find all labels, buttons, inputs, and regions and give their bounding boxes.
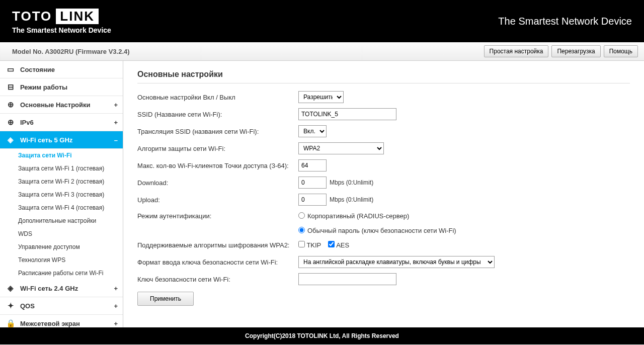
auth-psk-label: Обычный пароль (ключ безопасности сети W… [307,227,456,234]
model-label: Model No. A3002RU (Firmware V3.2.4) [12,48,130,55]
nav-label: Wi-Fi сеть 5 GHz [20,136,72,144]
lock-icon: 🔒 [6,319,15,327]
sub-wps[interactable]: Технология WPS [0,253,123,267]
expand-icon: + [114,320,118,327]
nav-label: QOS [20,302,35,310]
logo-text-right: LINK [56,9,99,24]
nav-qos[interactable]: ✦ QOS + [0,297,123,315]
label-broadcast: Трансляция SSID (названия сети Wi-Fi): [137,128,298,135]
reboot-button[interactable]: Перезагрузка [551,45,600,57]
tkip-checkbox[interactable] [298,241,305,247]
download-input[interactable] [298,177,327,189]
logo: TOTO LINK [12,9,111,24]
wifi-icon: ◈ [6,284,15,293]
aes-label: AES [336,241,349,249]
footer: Copyright(C)2018 TOTOLINK Ltd, All Right… [0,327,644,344]
nav-label: Межсетевой экран [20,320,80,327]
globe-icon: ⊕ [6,118,15,127]
keyformat-select[interactable]: На английской раскладке клавиатуры, вклю… [298,256,495,268]
content: Основные настройки Основные настройки Вк… [123,61,644,327]
nav-label: IPv6 [20,119,34,126]
wifi-icon: ◈ [6,135,15,144]
expand-icon: + [114,302,118,310]
collapse-icon: – [114,136,118,144]
sub-security[interactable]: Защита сети Wi-Fi [0,149,123,162]
expand-icon: + [114,119,118,126]
aes-option[interactable]: AES [328,241,349,249]
sub-guest4[interactable]: Защита сети Wi-Fi 4 (гостевая) [0,201,123,214]
mode-icon: ⊟ [6,82,15,92]
label-keyformat: Формат ввода ключа безопасности сети Wi-… [137,258,298,266]
sub-guest1[interactable]: Защита сети Wi-Fi 1 (гостевая) [0,162,123,175]
label-download: Download: [137,179,298,187]
expand-icon: + [114,101,118,109]
upload-input[interactable] [298,194,327,206]
nav-firewall[interactable]: 🔒 Межсетевой экран + [0,315,123,327]
enable-select[interactable]: Разрешить [298,91,344,103]
label-key: Ключ безопасности сети Wi-Fi: [137,276,298,283]
sub-wds[interactable]: WDS [0,227,123,240]
header-tagline: The Smartest Network Device [498,16,632,27]
sub-advanced[interactable]: Дополнительные настройки [0,214,123,227]
nav-label: Wi-Fi сеть 2.4 GHz [20,285,78,292]
top-buttons: Простая настройка Перезагрузка Помощь [484,45,638,57]
sub-guest2[interactable]: Защита сети Wi-Fi 2 (гостевая) [0,175,123,188]
sub-schedule[interactable]: Расписание работы сети Wi-Fi [0,267,123,280]
help-button[interactable]: Помощь [604,45,638,57]
sidebar[interactable]: ▭ Состояние ⊟ Режим работы ⊕ Основные На… [0,61,123,327]
logo-block: TOTO LINK The Smartest Network Device [12,9,111,34]
label-wpa2alg: Поддерживаемые алгоритмы шифрования WPA2… [137,241,298,249]
page-title: Основные настройки [137,70,630,79]
qos-icon: ✦ [6,301,15,310]
ssid-input[interactable] [298,108,396,120]
tkip-label: TKIP [306,241,321,249]
globe-icon: ⊕ [6,100,15,109]
apply-button[interactable]: Применить [137,292,194,306]
nav-basic[interactable]: ⊕ Основные Настройки + [0,96,123,114]
topbar: Model No. A3002RU (Firmware V3.2.4) Прос… [0,42,644,61]
auth-radius-option[interactable]: Корпоративный (RADIUS-сервер) [298,212,409,220]
mbps-hint: Mbps (0:Unlimit) [330,196,373,203]
sub-acl[interactable]: Управление доступом [0,240,123,253]
main: ▭ Состояние ⊟ Режим работы ⊕ Основные На… [0,61,644,327]
key-input[interactable] [298,273,396,285]
mbps-hint: Mbps (0:Unlimit) [330,179,373,186]
label-enable: Основные настройки Вкл / Выкл [137,94,298,101]
nav-label: Состояние [20,66,55,73]
divider [137,83,630,83]
aes-checkbox[interactable] [328,241,335,247]
simple-setup-button[interactable]: Простая настройка [484,45,549,57]
header: TOTO LINK The Smartest Network Device Th… [0,0,644,42]
auth-radius-label: Корпоративный (RADIUS-сервер) [307,212,409,220]
encryption-select[interactable]: WPA2 [298,142,384,154]
label-encryption: Алгоритм защиты сети Wi-Fi: [137,145,298,152]
nav-mode[interactable]: ⊟ Режим работы [0,78,123,96]
nav-wifi-24ghz[interactable]: ◈ Wi-Fi сеть 2.4 GHz + [0,280,123,297]
label-maxclients: Макс. кол-во Wi-Fi-клиентов Точки доступ… [137,162,298,169]
nav-ipv6[interactable]: ⊕ IPv6 + [0,114,123,131]
logo-tagline: The Smartest Network Device [12,26,111,34]
expand-icon: + [114,285,118,292]
sub-guest3[interactable]: Защита сети Wi-Fi 3 (гостевая) [0,188,123,201]
nav-label: Основные Настройки [20,101,91,109]
auth-psk-radio[interactable] [298,227,305,233]
nav-label: Режим работы [20,83,67,91]
label-upload: Upload: [137,196,298,204]
label-authmode: Режим аутентификации: [137,212,298,220]
label-ssid: SSID (Название сети Wi-Fi): [137,111,298,118]
logo-text-left: TOTO [12,9,52,24]
broadcast-select[interactable]: Вкл. [298,125,327,137]
nav-status[interactable]: ▭ Состояние [0,61,123,78]
auth-radius-radio[interactable] [298,212,305,219]
nav-wifi-5ghz[interactable]: ◈ Wi-Fi сеть 5 GHz – [0,131,123,149]
maxclients-input[interactable] [298,159,327,171]
auth-psk-option[interactable]: Обычный пароль (ключ безопасности сети W… [298,227,456,234]
tkip-option[interactable]: TKIP [298,241,321,249]
status-icon: ▭ [6,65,15,74]
